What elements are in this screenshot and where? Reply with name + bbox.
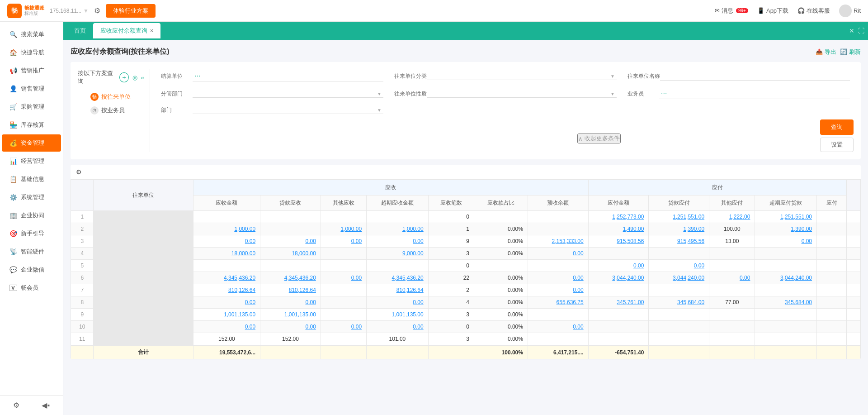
user-info[interactable]: Rit — [839, 5, 861, 17]
table-cell[interactable]: 0.00 — [321, 235, 366, 248]
table-cell[interactable]: 0.00 — [260, 321, 321, 333]
table-cell[interactable]: 4,345,436.20 — [260, 272, 321, 284]
table-cell[interactable]: 0.00 — [528, 321, 588, 333]
sidebar-item-operations[interactable]: 📊 经营管理 — [2, 153, 61, 170]
table-cell[interactable]: 0.00 — [367, 296, 429, 309]
sidebar-settings-icon[interactable]: ⚙ — [13, 401, 19, 410]
table-cell[interactable]: 1,490.00 — [588, 223, 649, 235]
footer-ap-amount[interactable]: -654,751.40 — [588, 345, 649, 359]
sidebar-item-basic-info[interactable]: 📋 基础信息 — [2, 171, 61, 188]
table-cell[interactable]: 810,126.64 — [367, 284, 429, 296]
table-cell[interactable]: 3,044,240.00 — [755, 272, 817, 284]
sidebar-item-system[interactable]: ⚙️ 系统管理 — [2, 189, 61, 206]
unit-category-select[interactable]: ▼ — [427, 73, 617, 80]
tab-close-icon[interactable]: × — [150, 28, 153, 34]
export-btn[interactable]: 📤 导出 — [816, 48, 836, 56]
table-cell[interactable]: 0.00 — [367, 235, 429, 248]
table-cell[interactable]: 0.00 — [528, 248, 588, 260]
table-cell[interactable]: 1,222.00 — [709, 211, 755, 223]
table-cell[interactable]: 2,153,333.00 — [528, 235, 588, 248]
sidebar-item-sales[interactable]: 👤 销售管理 — [2, 80, 61, 97]
table-cell[interactable]: 1,000.00 — [367, 223, 429, 235]
table-cell[interactable]: 1,390.00 — [649, 223, 709, 235]
sidebar-item-member[interactable]: V 畅会员 — [2, 279, 61, 296]
dept-manage-select[interactable]: ▼ — [193, 91, 383, 98]
table-scroll-container[interactable]: 往来单位 应收 应付 应收金额 贷款应收 其他应收 超期应收金额 应收笔数 — [71, 180, 861, 359]
nav-settings-icon[interactable]: ⚙ — [94, 6, 100, 15]
table-cell[interactable]: 810,126.64 — [260, 284, 321, 296]
online-service-btn[interactable]: 🎧 在线客服 — [797, 7, 830, 15]
table-cell[interactable]: 4,345,436.20 — [367, 272, 429, 284]
table-cell[interactable]: 1,251,551.00 — [755, 211, 817, 223]
table-cell[interactable]: 915,508.56 — [588, 235, 649, 248]
sidebar-item-guide[interactable]: 🎯 新手引导 — [2, 225, 61, 242]
unit-name-input[interactable] — [660, 72, 850, 81]
query-mode-by-staff[interactable]: ⏱ 按业务员 — [87, 105, 144, 116]
table-cell[interactable]: 0.00 — [321, 272, 366, 284]
sidebar-item-enterprise[interactable]: 🏢 企业协同 — [2, 207, 61, 224]
table-cell[interactable]: 0.00 — [260, 235, 321, 248]
table-cell[interactable]: 0.00 — [260, 296, 321, 309]
table-cell[interactable]: 1,390.00 — [755, 223, 817, 235]
table-cell[interactable]: 3,044,240.00 — [588, 272, 649, 284]
table-cell[interactable]: 0.00 — [528, 272, 588, 284]
table-cell[interactable]: 810,126.64 — [193, 284, 260, 296]
collapse-btn[interactable]: ∧ 收起更多条件 — [577, 134, 621, 143]
sidebar-item-smart-hw[interactable]: 📡 智能硬件 — [2, 243, 61, 260]
table-cell[interactable]: 18,000.00 — [260, 248, 321, 260]
table-cell[interactable]: 1,001,135.00 — [367, 309, 429, 321]
unit-nature-select[interactable]: ▼ — [427, 91, 617, 98]
table-cell[interactable]: 0.00 — [193, 296, 260, 309]
sidebar-item-quick-nav[interactable]: 🏠 快捷导航 — [2, 44, 61, 61]
app-download-btn[interactable]: 📱 App下载 — [757, 7, 788, 15]
table-settings-icon[interactable]: ⚙ — [76, 168, 82, 176]
tab-expand-icon[interactable]: ⛶ — [858, 27, 864, 34]
table-cell[interactable]: 1,251,551.00 — [649, 211, 709, 223]
table-cell[interactable]: 9,000.00 — [367, 248, 429, 260]
table-cell[interactable]: 1,252,773.00 — [588, 211, 649, 223]
table-cell[interactable]: 18,000.00 — [193, 248, 260, 260]
query-mode-by-unit[interactable]: 畅 按往来单位 — [87, 91, 144, 103]
table-cell[interactable]: 655,636.75 — [528, 296, 588, 309]
tab-ar-ap[interactable]: 应收应付余额查询 × — [93, 23, 160, 38]
table-cell[interactable]: 0.00 — [367, 321, 429, 333]
table-cell[interactable]: 1,000.00 — [321, 223, 366, 235]
query-schema-icon[interactable]: ◎ — [132, 74, 137, 81]
table-cell[interactable]: 0.00 — [709, 272, 755, 284]
table-cell[interactable]: 0.00 — [755, 235, 817, 248]
sidebar-item-wechat[interactable]: 💬 企业微信 — [2, 261, 61, 278]
footer-ar-amount[interactable]: 19,553,472,6... — [193, 345, 260, 359]
tab-close-window-icon[interactable]: ✕ — [849, 27, 854, 34]
table-cell[interactable]: 4,345,436.20 — [193, 272, 260, 284]
dept-select[interactable]: ▼ — [193, 107, 383, 114]
table-cell[interactable]: 1,000.00 — [193, 223, 260, 235]
table-cell[interactable]: 0.00 — [588, 260, 649, 272]
footer-prepaid[interactable]: 6,417,215.... — [528, 345, 588, 359]
table-cell[interactable]: 0.00 — [193, 235, 260, 248]
table-cell[interactable]: 0.00 — [321, 321, 366, 333]
table-cell[interactable]: 0.00 — [528, 284, 588, 296]
table-cell[interactable]: 1,001,135.00 — [260, 309, 321, 321]
sidebar-item-finance[interactable]: 💰 资金管理 — [2, 134, 61, 152]
table-cell[interactable]: 1,001,135.00 — [193, 309, 260, 321]
table-cell[interactable]: 345,684.00 — [755, 296, 817, 309]
salesman-input[interactable]: ··· — [659, 89, 850, 99]
solution-btn[interactable]: 体验行业方案 — [106, 4, 156, 18]
table-cell[interactable]: 0.00 — [649, 260, 709, 272]
sidebar-item-marketing[interactable]: 📢 营销推广 — [2, 62, 61, 79]
sidebar-item-search-menu[interactable]: 🔍 搜索菜单 — [2, 26, 61, 43]
sidebar-collapse-icon[interactable]: ◀▪ — [42, 401, 50, 410]
sidebar-item-purchase[interactable]: 🛒 采购管理 — [2, 98, 61, 115]
query-btn[interactable]: 查询 — [820, 119, 854, 135]
table-cell[interactable]: 0.00 — [193, 321, 260, 333]
refresh-btn[interactable]: 🔄 刷新 — [840, 48, 861, 56]
messages-btn[interactable]: ✉ 消息 99+ — [715, 7, 748, 15]
query-collapse-icon[interactable]: « — [141, 74, 144, 81]
query-add-btn[interactable]: + — [119, 72, 129, 82]
table-cell[interactable]: 345,761.00 — [588, 296, 649, 309]
table-cell[interactable]: 3,044,240.00 — [649, 272, 709, 284]
sidebar-item-inventory[interactable]: 🏪 库存核算 — [2, 116, 61, 134]
tab-home[interactable]: 首页 — [67, 23, 93, 38]
table-cell[interactable]: 345,684.00 — [649, 296, 709, 309]
settlement-unit-input[interactable]: ··· — [193, 71, 383, 81]
